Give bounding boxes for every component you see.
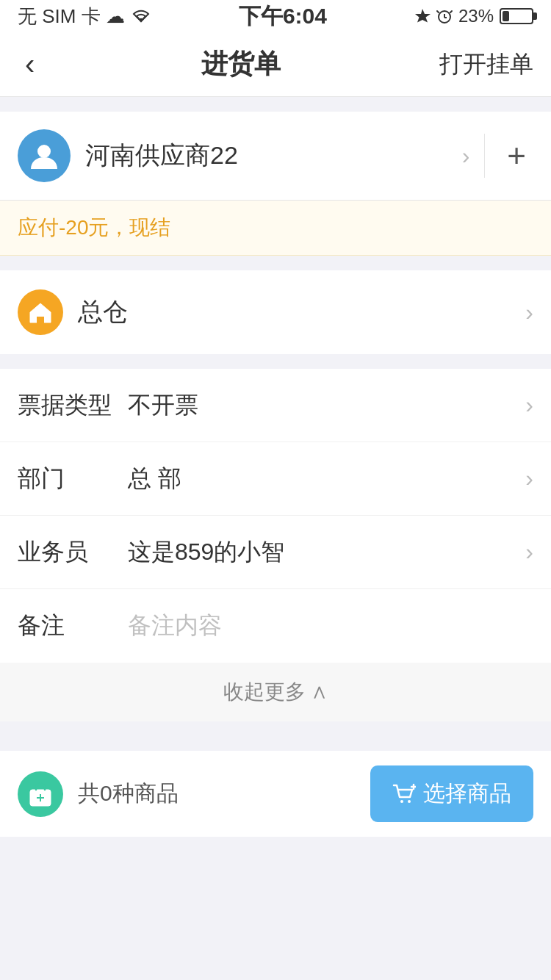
collapse-row[interactable]: 收起更多 ∧ [0,663,551,721]
warehouse-icon [18,289,63,335]
svg-point-3 [37,145,51,158]
battery-percent: 23% [458,6,494,26]
invoice-label: 票据类型 [18,389,120,422]
section-gap-2 [0,256,551,270]
wifi-icon [131,8,151,24]
open-pending-button[interactable]: 打开挂单 [439,48,533,81]
svg-point-9 [408,800,411,803]
warehouse-card: 总仓 › [0,270,551,354]
product-count-icon [18,771,63,817]
warehouse-chevron: › [525,299,533,326]
status-bar: 无 SIM 卡 ☁ 下午6:04 23% [0,0,551,32]
dept-label: 部门 [18,463,120,495]
remark-value[interactable]: 备注内容 [128,610,533,642]
section-gap-3 [0,354,551,369]
svg-rect-4 [37,317,44,325]
supplier-chevron: › [462,143,470,170]
status-time: 下午6:04 [239,1,327,32]
product-count-text: 共0种商品 [78,779,356,809]
select-product-button[interactable]: 选择商品 [370,765,533,822]
nav-bar: ‹ 进货单 打开挂单 [0,32,551,97]
notice-banner: 应付-20元，现结 [0,201,551,256]
sales-label: 业务员 [18,536,120,569]
page-title: 进货单 [201,46,281,82]
cart-add-icon [392,782,416,806]
add-button[interactable]: + [500,130,533,181]
vertical-divider [484,134,485,178]
sales-value: 这是859的小智 [128,536,525,569]
house-icon [27,299,54,325]
section-gap-1 [0,97,551,112]
status-left: 无 SIM 卡 ☁ [18,4,151,29]
bottom-bar: 共0种商品 选择商品 [0,751,551,837]
location-icon [414,8,431,24]
warehouse-row[interactable]: 总仓 › [0,270,551,354]
battery-icon [500,8,533,24]
dept-row[interactable]: 部门 总 部 › [0,442,551,516]
bag-icon [27,781,54,807]
remark-row[interactable]: 备注 备注内容 [0,589,551,663]
alarm-icon [436,8,453,24]
form-card: 票据类型 不开票 › 部门 总 部 › 业务员 这是859的小智 › 备注 备注… [0,369,551,663]
supplier-name: 河南供应商22 [85,139,455,173]
select-product-label: 选择商品 [423,779,511,809]
page-fill [0,837,551,980]
remark-label: 备注 [18,610,120,642]
supplier-row[interactable]: 河南供应商22 › + [0,112,551,201]
section-gap-4 [0,721,551,736]
dept-chevron: › [525,465,533,492]
sales-row[interactable]: 业务员 这是859的小智 › [0,516,551,589]
invoice-value: 不开票 [128,389,525,422]
warehouse-name: 总仓 [78,295,518,329]
sales-chevron: › [525,538,533,566]
svg-point-8 [400,800,403,803]
person-icon [28,140,60,172]
supplier-card: 河南供应商22 › + 应付-20元，现结 [0,112,551,256]
back-button[interactable]: ‹ [18,40,42,88]
dept-value: 总 部 [128,463,525,495]
collapse-label: 收起更多 ∧ [223,678,328,706]
invoice-chevron: › [525,392,533,419]
sim-signal: 无 SIM 卡 ☁ [18,4,125,29]
supplier-avatar [18,129,71,182]
status-right: 23% [414,6,533,26]
invoice-row[interactable]: 票据类型 不开票 › [0,369,551,442]
